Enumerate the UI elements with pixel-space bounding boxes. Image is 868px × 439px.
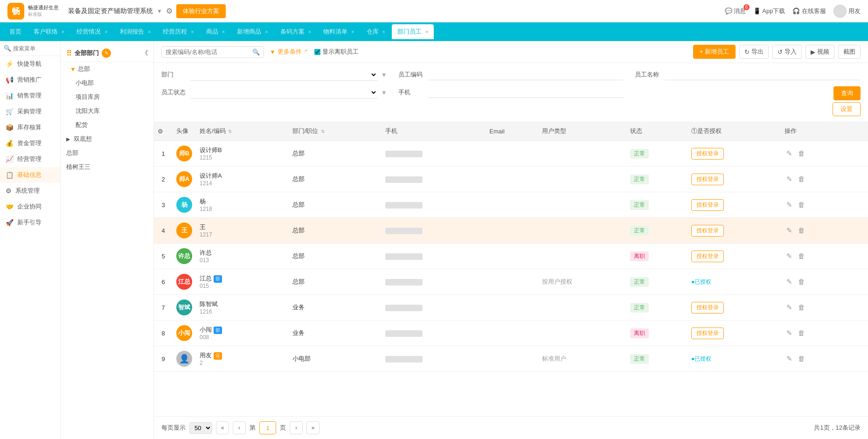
edit-btn[interactable]: ✎ [785,148,794,159]
tree-node-headquarters[interactable]: ▼ 总部 [61,62,153,76]
user-avatar[interactable]: 用友 [833,5,861,18]
show-resigned-checkbox[interactable] [314,49,320,55]
prev-page-btn[interactable]: ‹ [233,421,246,434]
auth-login-btn[interactable]: 授权登录 [691,199,724,211]
tab-profit[interactable]: 利润报告 × [114,24,156,39]
phone-filter-input[interactable] [428,87,624,98]
tab-operation[interactable]: 经营情况 × [71,24,113,39]
next-page-btn[interactable]: › [290,421,303,434]
sidebar-item-business[interactable]: 📈 经营管理 [0,151,60,167]
current-page-input[interactable] [259,421,276,434]
export-btn[interactable]: ↻ 导出 [739,45,769,59]
online-service-btn[interactable]: 🎧 在线客服 [792,7,826,15]
edit-btn[interactable]: ✎ [785,302,794,313]
tab-add-goods[interactable]: 新增商品 × [231,24,273,39]
auth-login-btn[interactable]: 授权登录 [691,302,724,314]
sidebar-item-finance[interactable]: 💰 资金管理 [0,135,60,151]
sidebar-item-collab[interactable]: 🤝 企业协同 [0,199,60,215]
message-btn[interactable]: 💬 6 消息 [725,7,746,15]
sidebar-item-guide[interactable]: 🚀 新手引导 [0,215,60,230]
delete-btn[interactable]: 🗑 [796,200,807,209]
tab-history[interactable]: 经营历程 × [157,24,199,39]
sidebar-item-basic[interactable]: 📋 基础信息 [0,167,60,183]
col-settings[interactable]: ⚙ [154,122,173,140]
delete-btn[interactable]: 🗑 [796,328,807,338]
tab-warehouse[interactable]: 仓库 × [361,24,391,39]
sidebar-item-inventory[interactable]: 📦 库存核算 [0,119,60,135]
tree-node-zhishu[interactable]: 植树王三 [61,160,153,174]
tree-node-xiaodibu[interactable]: 小电部 [61,76,153,90]
edit-btn[interactable]: ✎ [785,225,794,236]
sidebar-search-input[interactable] [13,45,61,52]
edit-btn[interactable]: ✎ [785,328,794,338]
tab-close-icon[interactable]: × [425,29,428,35]
tree-node-shenyang[interactable]: 沈阳大库 [61,104,153,118]
tab-customer[interactable]: 客户联络 × [28,24,70,39]
tree-node-distribution[interactable]: 配货 [61,118,153,132]
tab-bom[interactable]: 物料清单 × [318,24,360,39]
search-input-wrap[interactable]: 🔍 [161,46,264,58]
auth-login-btn[interactable]: 授权登录 [691,174,724,185]
search-btn[interactable]: 查询 [833,86,861,100]
delete-btn[interactable]: 🗑 [796,302,807,312]
sidebar-item-system[interactable]: ⚙ 系统管理 [0,183,60,199]
dept-edit-btn[interactable]: ✎ [102,49,111,58]
delete-btn[interactable]: 🗑 [796,225,807,235]
gear-icon[interactable]: ⚙ [166,7,173,15]
col-name[interactable]: 姓名/编码 ⇅ [196,122,289,140]
collapse-icon[interactable]: 《 [142,49,148,57]
edit-btn[interactable]: ✎ [785,200,794,210]
auth-login-btn[interactable]: 授权登录 [691,328,724,339]
tab-close-icon[interactable]: × [222,29,225,35]
tab-close-icon[interactable]: × [308,29,311,35]
sidebar-item-quicknav[interactable]: ⚡ 快捷导航 [0,56,60,72]
tab-close-icon[interactable]: × [62,29,64,35]
delete-btn[interactable]: 🗑 [796,148,807,158]
empname-filter-input[interactable] [664,69,861,80]
delete-btn[interactable]: 🗑 [796,174,807,184]
delete-btn[interactable]: 🗑 [796,251,807,261]
first-page-btn[interactable]: « [216,421,229,434]
filter-more-btn[interactable]: ▼ 更多条件 ⌃ [270,48,309,56]
sidebar-item-marketing[interactable]: 📢 营销推广 [0,72,60,88]
tree-node-shuangdi[interactable]: ▶ 双底想 [61,132,153,146]
app-download-btn[interactable]: 📱 App下载 [753,7,785,15]
edit-btn[interactable]: ✎ [785,174,794,184]
tab-close-icon[interactable]: × [351,29,354,35]
set-btn[interactable]: 设置 [833,102,861,116]
auth-login-btn[interactable]: 授权登录 [691,251,724,262]
edit-btn[interactable]: ✎ [785,277,794,287]
delete-btn[interactable]: 🗑 [796,277,807,286]
tab-close-icon[interactable]: × [382,29,385,35]
tab-close-icon[interactable]: × [104,29,107,35]
tree-node-zongbu[interactable]: 总部 [61,146,153,160]
dept-filter-select[interactable] [191,69,377,81]
empcode-filter-input[interactable] [428,69,624,80]
screenshot-btn[interactable]: 截图 [838,45,861,59]
add-employee-btn[interactable]: + 新增员工 [693,45,736,59]
search-input[interactable] [166,49,250,56]
status-filter-select[interactable] [191,86,377,98]
tab-home[interactable]: 首页 [4,24,27,39]
tab-close-icon[interactable]: × [191,29,194,35]
tab-goods[interactable]: 商品 × [201,24,230,39]
sidebar-item-sales[interactable]: 📊 销售管理 [0,88,60,104]
edit-btn[interactable]: ✎ [785,251,794,261]
page-size-select[interactable]: 50 [189,422,212,434]
delete-btn[interactable]: 🗑 [796,354,807,363]
sidebar-search[interactable]: 🔍 [0,41,60,56]
try-btn[interactable]: 体验行业方案 [176,4,226,18]
last-page-btn[interactable]: » [306,421,319,434]
auth-login-btn[interactable]: 授权登录 [691,148,724,160]
view-btn[interactable]: ▶ 视频 [806,45,834,59]
edit-btn[interactable]: ✎ [785,354,794,364]
tab-dept-employee[interactable]: 部门员工 × [392,24,434,39]
tab-barcode[interactable]: 条码方案 × [275,24,317,39]
tab-close-icon[interactable]: × [265,29,268,35]
dropdown-arrow-icon[interactable]: ▼ [157,8,162,14]
tree-node-project[interactable]: 项目库房 [61,90,153,104]
col-dept[interactable]: 部门/职位 ⇅ [289,122,382,140]
tab-close-icon[interactable]: × [148,29,151,35]
sidebar-item-purchase[interactable]: 🛒 采购管理 [0,104,60,119]
show-resigned-toggle[interactable]: 显示离职员工 [314,48,359,56]
